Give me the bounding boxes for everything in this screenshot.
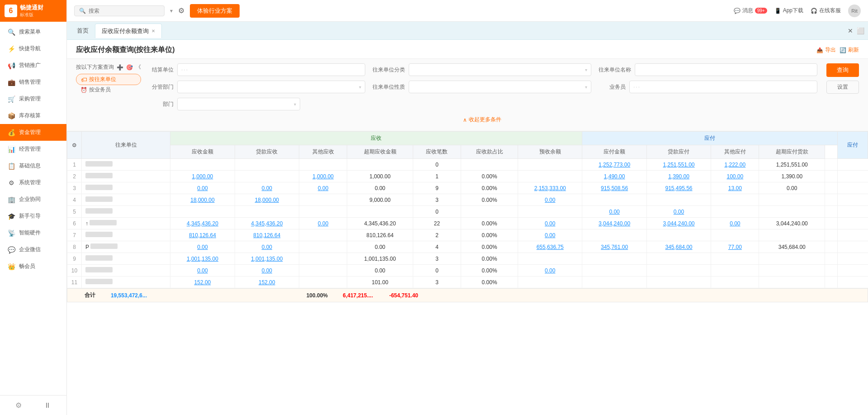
sidebar-item-8[interactable]: 📋基础信息 [0,157,66,174]
cell-advance[interactable]: 0.00 [518,194,582,206]
online-service-item[interactable]: 🎧 在线客服 [811,7,841,14]
settings-button[interactable]: 设置 [826,81,859,94]
sidebar-item-7[interactable]: 📊经营管理 [0,141,66,157]
cell-ap-amount[interactable]: 3,044,240.00 [582,218,646,229]
filter-input-partner-name[interactable] [635,63,817,76]
cell-ar-other[interactable] [299,206,347,218]
sidebar-item-0[interactable]: 🔍搜索菜单 [0,24,66,40]
cell-ar-amount[interactable]: 152.00 [170,277,235,288]
cell-ap-other[interactable] [711,265,759,277]
cell-ar-other[interactable] [299,277,347,288]
cell-ap-loan[interactable]: 345,684.00 [646,241,711,253]
cell-ap-amount[interactable]: 345,761.00 [582,241,646,253]
cell-ar-amount[interactable] [170,206,235,218]
tab-home[interactable]: 首页 [71,24,95,38]
filter-input-internal-dept[interactable]: ▾ [177,98,300,110]
cell-ap-amount[interactable] [582,229,646,241]
cell-ap-other[interactable]: 100.00 [711,171,759,182]
cell-ar-amount[interactable]: 1,000.00 [170,171,235,182]
sidebar-item-11[interactable]: 🎓新手引导 [0,208,66,224]
solution-button[interactable]: 体验行业方案 [190,4,240,18]
cell-advance[interactable] [518,253,582,265]
cell-advance[interactable]: 0.00 [518,265,582,277]
tab-maximize-button[interactable]: ⬜ [857,27,864,34]
cell-ar-loan[interactable] [235,159,299,171]
cell-advance[interactable]: 0.00 [518,229,582,241]
sidebar-item-9[interactable]: ⚙系统管理 [0,174,66,191]
cell-advance[interactable] [518,171,582,182]
cell-ap-other[interactable]: 13.00 [711,182,759,194]
refresh-button[interactable]: 🔄 刷新 [840,46,859,54]
cell-ap-amount[interactable]: 1,490.00 [582,171,646,182]
cell-ap-amount[interactable] [582,277,646,288]
cell-ar-amount[interactable] [170,159,235,171]
cell-advance[interactable]: 655,636.75 [518,241,582,253]
cell-ar-loan[interactable]: 152.00 [235,277,299,288]
cell-ar-loan[interactable]: 1,001,135.00 [235,253,299,265]
cell-ar-other[interactable] [299,159,347,171]
sidebar-item-1[interactable]: ⚡快捷导航 [0,40,66,57]
search-box[interactable]: 🔍 [74,5,165,16]
cell-ar-other[interactable] [299,194,347,206]
message-item[interactable]: 💬 消息 99+ [734,7,767,14]
cell-ar-loan[interactable]: 18,000.00 [235,194,299,206]
sidebar-item-6[interactable]: 💰资金管理 [0,124,66,141]
settings-icon[interactable]: ⚙ [15,401,22,410]
cell-ap-other[interactable]: 1,222.00 [711,159,759,171]
cell-ar-other[interactable]: 0.00 [299,182,347,194]
tab-close-all-button[interactable]: ✕ [848,27,853,34]
filter-input-settlement[interactable]: ··· [177,63,365,76]
cell-ap-other[interactable] [711,277,759,288]
cell-advance[interactable]: 0.00 [518,218,582,229]
cell-ar-loan[interactable]: 810,126.64 [235,229,299,241]
filter-input-dept[interactable]: ▾ [177,81,365,93]
cell-ar-loan[interactable]: 0.00 [235,265,299,277]
sidebar-item-10[interactable]: 🏢企业协同 [0,191,66,208]
cell-ap-other[interactable]: 0.00 [711,218,759,229]
filter-collapse-btn[interactable]: 《 [136,63,141,71]
cell-ap-loan[interactable] [646,194,711,206]
query-button[interactable]: 查询 [826,63,859,77]
cell-ap-amount[interactable] [582,253,646,265]
cell-ar-amount[interactable]: 4,345,436.20 [170,218,235,229]
cell-advance[interactable] [518,206,582,218]
topbar-chevron-icon[interactable]: ▾ [170,8,173,14]
filter-add-icon[interactable]: ➕ [117,64,123,71]
filter-target-icon[interactable]: 🎯 [126,64,133,71]
tab-close-icon[interactable]: ✕ [151,29,155,33]
cell-ap-loan[interactable] [646,277,711,288]
cell-ar-other[interactable] [299,241,347,253]
cell-ap-loan[interactable] [646,253,711,265]
app-download-item[interactable]: 📱 App下载 [774,7,803,14]
cell-ar-other[interactable] [299,229,347,241]
cell-ar-amount[interactable]: 810,126.64 [170,229,235,241]
search-input[interactable] [89,8,152,14]
cell-ap-other[interactable] [711,206,759,218]
filter-input-partner-type[interactable]: ▾ [409,81,591,93]
cell-ap-loan[interactable] [646,265,711,277]
cell-ar-loan[interactable]: 0.00 [235,182,299,194]
cell-ar-other[interactable]: 0.00 [299,218,347,229]
cell-advance[interactable] [518,277,582,288]
tab-ar-query[interactable]: 应收应付余额查询 ✕ [95,24,162,38]
cell-ap-other[interactable] [711,253,759,265]
cell-ap-loan[interactable]: 3,044,240.00 [646,218,711,229]
cell-ap-amount[interactable]: 1,252,773.00 [582,159,646,171]
cell-ar-amount[interactable]: 0.00 [170,182,235,194]
cell-ar-loan[interactable]: 4,345,436.20 [235,218,299,229]
cell-ar-amount[interactable]: 0.00 [170,265,235,277]
cell-ap-other[interactable] [711,229,759,241]
sidebar-item-13[interactable]: 💬企业微信 [0,241,66,258]
sidebar-item-3[interactable]: 💼销售管理 [0,74,66,91]
sidebar-item-5[interactable]: 📦库存核算 [0,107,66,124]
cell-ar-other[interactable]: 1,000.00 [299,171,347,182]
filter-plan-staff[interactable]: ⏰ 按业务员 [76,85,141,95]
collapse-row[interactable]: ∧ 收起更多条件 [146,113,817,126]
cell-ar-loan[interactable] [235,206,299,218]
sidebar-item-12[interactable]: 📡智能硬件 [0,224,66,241]
cell-ap-amount[interactable]: 0.00 [582,206,646,218]
user-avatar[interactable]: Rit [848,5,861,17]
export-button[interactable]: 📤 导出 [816,46,836,54]
cell-ap-other[interactable]: 77.00 [711,241,759,253]
cell-advance[interactable] [518,159,582,171]
